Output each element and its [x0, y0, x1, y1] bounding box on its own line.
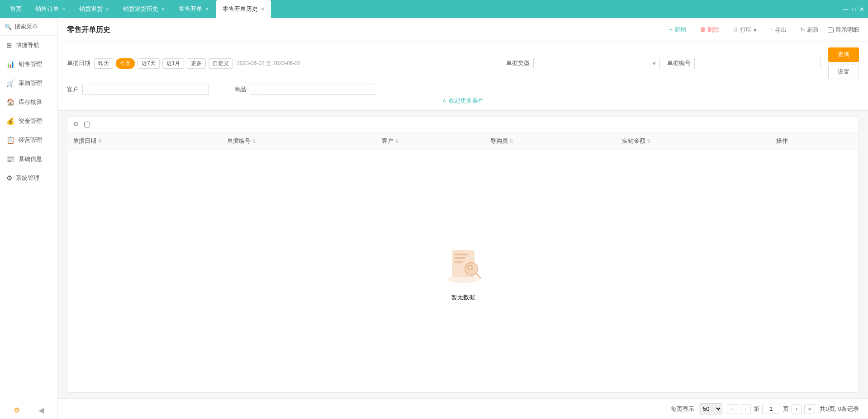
- doc-type-arrow: ▾: [653, 60, 656, 67]
- date-shortcut-昨天[interactable]: 昨天: [94, 58, 113, 69]
- show-detail-label: 显示明细: [835, 26, 859, 34]
- goods-input[interactable]: ...: [250, 84, 376, 95]
- doc-type-filter: 单据类型 ▾: [506, 58, 660, 69]
- table-wrapper: ⚙ 单据日期⇅单据编号⇅客户⇅导购员⇅实销金额⇅操作: [67, 116, 859, 393]
- add-button[interactable]: + 新增: [665, 24, 691, 36]
- date-to[interactable]: 2023-06-02: [273, 60, 300, 66]
- col-header-1[interactable]: 单据编号⇅: [222, 132, 376, 150]
- sidebar: 🔍 搜索采单 ⊞快捷导航📊销售管理🛒采购管理🏠库存核算💰资金管理📋经营管理📰基础…: [0, 18, 58, 419]
- tab-retail-open-history[interactable]: 零售开单历史✕: [216, 0, 271, 18]
- table-head: 单据日期⇅单据编号⇅客户⇅导购员⇅实销金额⇅操作: [67, 132, 859, 150]
- sidebar-item-operations[interactable]: 📋经营管理: [0, 131, 57, 150]
- col-header-3[interactable]: 导购员⇅: [485, 132, 617, 150]
- page-suffix: 页: [783, 405, 789, 413]
- window-max-btn[interactable]: □: [852, 6, 856, 13]
- sidebar-collapse-btn[interactable]: ◀: [38, 406, 44, 414]
- per-page-label: 每页显示: [671, 405, 694, 413]
- sidebar-item-finance[interactable]: 💰资金管理: [0, 112, 57, 131]
- date-shortcut-自定义[interactable]: 自定义: [209, 58, 233, 69]
- per-page-select[interactable]: 102050100: [699, 403, 722, 414]
- customer-filter: 客户 ...: [67, 84, 209, 95]
- show-detail-toggle[interactable]: 显示明细: [828, 26, 859, 34]
- sort-icon: ⇅: [509, 138, 513, 144]
- collapse-label: ∧ 收起更多条件: [442, 97, 484, 105]
- goods-placeholder: ...: [254, 86, 259, 93]
- window-min-btn[interactable]: —: [843, 6, 849, 13]
- sidebar-label-system-mgmt: 系统管理: [16, 174, 39, 182]
- sidebar-search[interactable]: 🔍 搜索采单: [0, 18, 57, 36]
- tab-sales-order[interactable]: 销售订单✕: [29, 0, 72, 18]
- tab-home[interactable]: 首页: [4, 0, 28, 18]
- goods-label: 商品: [234, 85, 246, 94]
- collapse-btn[interactable]: ∧ 收起更多条件: [67, 97, 859, 105]
- customer-input[interactable]: ...: [82, 84, 209, 95]
- sidebar-icon-system-mgmt: ⚙: [6, 174, 12, 182]
- date-shortcut-更多[interactable]: 更多: [187, 58, 206, 69]
- doc-no-label: 单据编号: [667, 59, 691, 67]
- tab-close-retail-open-history[interactable]: ✕: [261, 6, 265, 12]
- sidebar-icon-sales-mgmt: 📊: [6, 60, 15, 68]
- tab-sales-return[interactable]: 销货退货✕: [73, 0, 116, 18]
- tab-label-sales-order: 销售订单: [35, 5, 59, 13]
- date-from[interactable]: 2023-06-02: [237, 60, 264, 66]
- col-header-0[interactable]: 单据日期⇅: [67, 132, 222, 150]
- delete-button[interactable]: 🗑 删除: [695, 24, 724, 36]
- print-button[interactable]: 🖨 打印 ▾: [728, 24, 762, 36]
- col-header-2[interactable]: 客户⇅: [376, 132, 485, 150]
- tab-sales-return-history[interactable]: 销货退货历史✕: [117, 0, 171, 18]
- doc-type-select[interactable]: ▾: [533, 58, 660, 69]
- select-all-checkbox[interactable]: [84, 122, 90, 127]
- tab-close-retail-open[interactable]: ✕: [205, 6, 209, 12]
- show-detail-checkbox[interactable]: [828, 27, 834, 33]
- tab-retail-open[interactable]: 零售开单✕: [172, 0, 215, 18]
- filter-area: 单据日期 昨天今天近7天近1月更多自定义 2023-06-02 至 2023-0…: [58, 42, 868, 111]
- print-label: 🖨 打印: [733, 26, 752, 34]
- sidebar-item-inventory[interactable]: 🏠库存核算: [0, 93, 57, 112]
- sort-icon: ⇅: [252, 138, 256, 144]
- sidebar-label-purchase-mgmt: 采购管理: [19, 79, 42, 87]
- date-range: 2023-06-02 至 2023-06-02: [237, 60, 300, 67]
- date-shortcut-近1月[interactable]: 近1月: [162, 58, 185, 69]
- pagination: 每页显示 102050100 « ‹ 第 页 › » 共0页, 0条记录: [58, 398, 868, 419]
- page-input[interactable]: [762, 404, 780, 414]
- sidebar-icon-basic-info: 📰: [6, 155, 15, 163]
- col-header-4[interactable]: 实销金额⇅: [617, 132, 771, 150]
- tab-label-sales-return: 销货退货: [79, 5, 103, 13]
- sidebar-item-system-mgmt[interactable]: ⚙系统管理: [0, 169, 57, 188]
- search-icon: 🔍: [5, 24, 12, 30]
- sidebar-label-finance: 资金管理: [19, 117, 42, 125]
- prev-page-btn[interactable]: ‹: [741, 404, 751, 414]
- window-close-btn[interactable]: ✕: [859, 6, 864, 13]
- table-toolbar: ⚙: [67, 117, 859, 132]
- sidebar-item-sales-mgmt[interactable]: 📊销售管理: [0, 55, 57, 74]
- sidebar-item-purchase-mgmt[interactable]: 🛒采购管理: [0, 74, 57, 93]
- filter-settings-button[interactable]: 设置: [828, 65, 859, 79]
- table-settings-icon[interactable]: ⚙: [73, 120, 79, 128]
- print-arrow: ▾: [754, 27, 757, 33]
- next-page-btn[interactable]: ›: [792, 404, 802, 414]
- refresh-button[interactable]: ↻ 刷新: [796, 24, 823, 36]
- tab-close-sales-order[interactable]: ✕: [62, 6, 66, 12]
- sort-icon: ⇅: [98, 138, 102, 144]
- sidebar-label-basic-info: 基础信息: [19, 155, 42, 163]
- first-page-btn[interactable]: «: [727, 404, 738, 414]
- query-button[interactable]: 查询: [828, 47, 859, 62]
- sidebar-item-quick-nav[interactable]: ⊞快捷导航: [0, 36, 57, 55]
- last-page-btn[interactable]: »: [804, 404, 816, 414]
- sidebar-icon-operations: 📋: [6, 136, 15, 144]
- sidebar-label-quick-nav: 快捷导航: [16, 41, 39, 49]
- filter-row-2: 客户 ... 商品 ...: [67, 84, 859, 95]
- svg-rect-4: [454, 261, 463, 263]
- sidebar-settings-btn[interactable]: ⚙: [14, 406, 20, 414]
- export-button[interactable]: ↑ 导出: [766, 24, 791, 36]
- header-actions: + 新增 🗑 删除 🖨 打印 ▾ ↑ 导出 ↻ 刷新 显示明细: [665, 24, 859, 36]
- date-shortcut-今天[interactable]: 今天: [116, 58, 135, 69]
- date-shortcut-近7天[interactable]: 近7天: [138, 58, 160, 69]
- tab-close-sales-return[interactable]: ✕: [105, 6, 109, 12]
- doc-type-label: 单据类型: [506, 59, 530, 67]
- sidebar-item-basic-info[interactable]: 📰基础信息: [0, 150, 57, 169]
- data-table: 单据日期⇅单据编号⇅客户⇅导购员⇅实销金额⇅操作: [67, 132, 859, 150]
- empty-text: 暂无数据: [451, 293, 475, 301]
- tab-close-sales-return-history[interactable]: ✕: [161, 6, 165, 12]
- doc-no-input[interactable]: [694, 58, 821, 69]
